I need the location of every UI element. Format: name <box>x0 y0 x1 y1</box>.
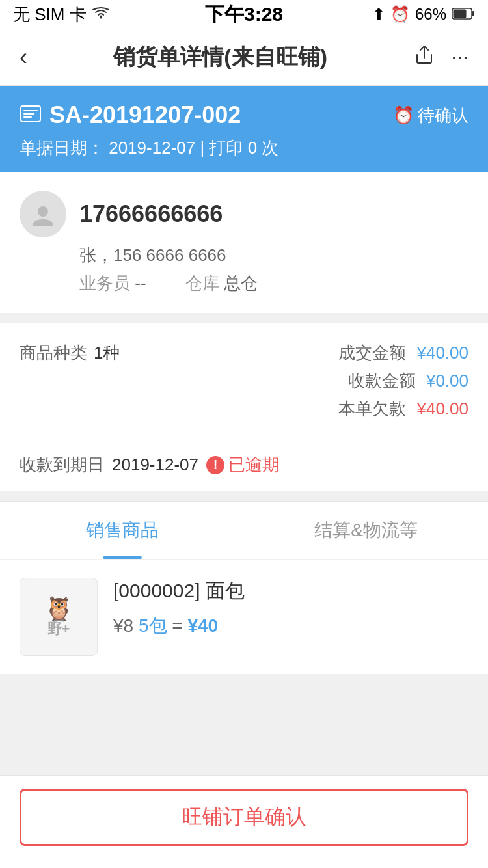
order-id: SA-20191207-002 <box>20 102 241 129</box>
warehouse-meta: 仓库 总仓 <box>185 272 258 295</box>
status-bar: 无 SIM 卡 下午3:28 ⬆ ⏰ 66% <box>0 0 488 29</box>
nav-bar: ‹ 销货单详情(来自旺铺) ··· <box>0 29 488 86</box>
confirm-button[interactable]: 旺铺订单确认 <box>20 789 468 846</box>
nav-actions: ··· <box>413 44 468 71</box>
share-icon[interactable] <box>413 44 435 71</box>
svg-point-4 <box>38 206 48 217</box>
overdue-badge: ! 已逾期 <box>206 454 279 476</box>
customer-phone: 17666666666 <box>79 200 223 228</box>
summary-section: 商品种类 1种 成交金额 ¥40.00 收款金额 ¥0.00 本单欠款 ¥40.… <box>0 323 488 439</box>
overdue-icon: ! <box>206 456 224 474</box>
order-icon <box>20 102 42 129</box>
owed-amount-row: 本单欠款 ¥40.00 <box>338 398 468 420</box>
product-price-row: ¥8 5包 = ¥40 <box>113 614 468 638</box>
alarm-icon: ⏰ <box>390 5 410 23</box>
deal-amount-value: ¥40.00 <box>416 343 468 363</box>
product-thumbnail: 🦉 野+ <box>20 578 98 656</box>
svg-rect-1 <box>472 11 474 16</box>
wifi-icon <box>92 5 110 25</box>
bottom-bar: 旺铺订单确认 <box>0 775 488 868</box>
status-time: 下午3:28 <box>205 1 283 28</box>
more-icon[interactable]: ··· <box>451 45 468 69</box>
summary-row: 商品种类 1种 成交金额 ¥40.00 收款金额 ¥0.00 本单欠款 ¥40.… <box>20 342 468 420</box>
avatar <box>20 191 66 237</box>
order-id-row: SA-20191207-002 ⏰ 待确认 <box>20 102 468 129</box>
deal-amount-row: 成交金额 ¥40.00 <box>338 342 468 364</box>
status-left: 无 SIM 卡 <box>13 3 110 26</box>
page-title: 销货单详情(来自旺铺) <box>113 42 327 72</box>
divider-2 <box>0 491 488 501</box>
tabs-section: 销售商品 结算&物流等 <box>0 501 488 559</box>
overdue-text: 已逾期 <box>228 454 279 476</box>
product-unit-price: ¥8 <box>113 616 133 636</box>
owed-amount-value: ¥40.00 <box>416 399 468 419</box>
clock-icon: ⏰ <box>393 105 414 126</box>
customer-meta: 业务员 -- 仓库 总仓 <box>79 272 468 295</box>
battery-icon <box>452 5 475 23</box>
tabs-row: 销售商品 结算&物流等 <box>0 502 488 559</box>
due-section: 收款到期日 2019-12-07 ! 已逾期 <box>0 439 488 491</box>
equals-sign: = <box>172 616 187 636</box>
customer-section: 17666666666 张，156 6666 6666 业务员 -- 仓库 总仓 <box>0 172 488 313</box>
tab-products[interactable]: 销售商品 <box>0 502 244 559</box>
status-right: ⬆ ⏰ 66% <box>372 5 475 23</box>
product-quantity: 5包 <box>139 616 167 636</box>
sales-meta: 业务员 -- <box>79 272 146 295</box>
order-status: ⏰ 待确认 <box>393 104 468 127</box>
received-amount-value: ¥0.00 <box>426 371 468 391</box>
svg-rect-2 <box>454 10 467 18</box>
customer-row: 17666666666 <box>20 191 468 237</box>
sales-label: 业务员 <box>79 273 130 293</box>
product-item: 🦉 野+ [0000002] 面包 ¥8 5包 = ¥40 <box>0 560 488 675</box>
product-section: 🦉 野+ [0000002] 面包 ¥8 5包 = ¥40 <box>0 560 488 675</box>
no-sim-text: 无 SIM 卡 <box>13 3 87 26</box>
location-icon: ⬆ <box>372 5 385 23</box>
tab-settlement[interactable]: 结算&物流等 <box>244 502 488 559</box>
order-date-row: 单据日期： 2019-12-07 | 打印 0 次 <box>20 137 468 159</box>
product-details: [0000002] 面包 ¥8 5包 = ¥40 <box>113 578 468 638</box>
product-name: [0000002] 面包 <box>113 578 468 604</box>
amount-right: 成交金额 ¥40.00 收款金额 ¥0.00 本单欠款 ¥40.00 <box>338 342 468 420</box>
warehouse-label: 仓库 <box>185 273 219 293</box>
product-type: 商品种类 1种 <box>20 342 120 364</box>
order-header: SA-20191207-002 ⏰ 待确认 单据日期： 2019-12-07 |… <box>0 86 488 172</box>
product-total: ¥40 <box>187 616 218 636</box>
battery-percent: 66% <box>415 5 446 23</box>
customer-name: 张，156 6666 6666 <box>79 244 468 267</box>
received-amount-row: 收款金额 ¥0.00 <box>348 370 468 392</box>
due-label: 收款到期日 <box>20 454 104 476</box>
divider-1 <box>0 313 488 323</box>
back-button[interactable]: ‹ <box>20 44 27 71</box>
due-date-value: 2019-12-07 <box>112 455 198 475</box>
